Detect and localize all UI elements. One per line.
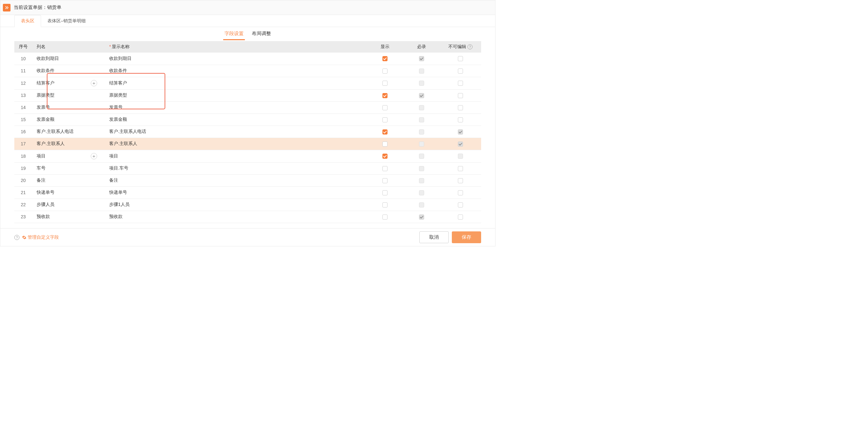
row-display-name[interactable]: 项目.车号 [105,162,367,174]
required-cell [403,150,440,162]
tab-1[interactable]: 表体区–销货单明细 [41,15,92,27]
row-column-name: 发票号 [32,102,105,113]
footer-left: ? 管理自定义字段 [14,235,59,240]
row-display-name[interactable]: 结算客户 [105,77,367,89]
show-checkbox[interactable] [382,68,388,74]
row-display-name[interactable]: 客户.主联系人电话 [105,125,367,138]
add-sub-field-button[interactable]: + [91,153,97,160]
row-seq: 18 [14,150,32,162]
save-button[interactable]: 保存 [452,231,481,243]
show-cell [367,138,403,150]
row-display-name[interactable]: 收款到期日 [105,53,367,65]
show-checkbox[interactable] [382,56,388,61]
table-row[interactable]: 10收款到期日收款到期日 [14,53,481,65]
table-row[interactable]: 18项目+项目 [14,150,481,162]
row-column-name: 票据类型 [32,89,105,102]
table-row[interactable]: 11收款条件收款条件 [14,65,481,77]
col-header-readonly: 不可编辑? [440,41,481,53]
expand-button[interactable] [3,4,10,11]
table-row[interactable]: 17客户.主联系人客户.主联系人 [14,138,481,150]
readonly-checkbox[interactable] [458,56,463,61]
footer-right: 取消 保存 [420,231,481,243]
row-seq: 10 [14,53,32,65]
required-checkbox [419,56,424,61]
tab-0[interactable]: 表头区 [14,15,41,27]
row-seq: 16 [14,125,32,138]
required-checkbox [419,93,424,98]
row-display-name[interactable]: 票据类型 [105,89,367,102]
table-row[interactable]: 16客户.主联系人电话客户.主联系人电话 [14,125,481,138]
readonly-cell [440,77,481,89]
show-checkbox[interactable] [382,81,388,86]
cancel-button[interactable]: 取消 [420,231,448,243]
row-display-name[interactable]: 备注 [105,174,367,187]
readonly-checkbox[interactable] [458,117,463,122]
table-row[interactable]: 13票据类型票据类型 [14,89,481,102]
row-display-name[interactable]: 预收款 [105,211,367,223]
readonly-checkbox[interactable] [458,202,463,207]
readonly-cell [440,125,481,138]
show-checkbox[interactable] [382,154,388,159]
readonly-checkbox[interactable] [458,214,463,220]
column-name-text: 客户.主联系人电话 [37,129,73,135]
table-row[interactable]: 21快递单号快递单号 [14,187,481,199]
show-checkbox[interactable] [382,202,388,207]
help-icon[interactable]: ? [14,235,20,240]
row-display-name[interactable]: 项目 [105,150,367,162]
readonly-cell [440,199,481,211]
row-display-name[interactable]: 收款条件 [105,65,367,77]
show-checkbox[interactable] [382,93,388,98]
show-checkbox[interactable] [382,214,388,220]
readonly-checkbox[interactable] [458,166,463,171]
column-name-text: 项目 [37,153,45,159]
readonly-cell [440,211,481,223]
table-row[interactable]: 20备注备注 [14,174,481,187]
help-icon[interactable]: ? [467,44,472,49]
col-header-show: 显示 [367,41,403,53]
show-checkbox[interactable] [382,105,388,110]
readonly-checkbox[interactable] [458,190,463,195]
readonly-checkbox[interactable] [458,93,463,98]
row-display-name[interactable]: 快递单号 [105,187,367,199]
show-cell [367,199,403,211]
show-checkbox[interactable] [382,117,388,122]
row-seq: 19 [14,162,32,174]
table-row[interactable]: 15发票金额发票金额 [14,113,481,125]
fields-table: 序号 列名 *显示名称 显示 必录 不可编辑? 10收款到期日收款到期日11收款… [14,41,481,223]
show-cell [367,162,403,174]
subtab-1[interactable]: 布局调整 [251,28,272,40]
table-row[interactable]: 19车号项目.车号 [14,162,481,174]
row-seq: 12 [14,77,32,89]
column-name-text: 发票金额 [37,117,55,122]
row-display-name[interactable]: 步骤1人员 [105,199,367,211]
show-checkbox[interactable] [382,178,388,183]
required-cell [403,65,440,77]
required-cell [403,187,440,199]
show-checkbox[interactable] [382,142,388,147]
header-bar: 当前设置单据：销货单 [0,0,495,15]
row-display-name[interactable]: 客户.主联系人 [105,138,367,150]
table-row[interactable]: 14发票号发票号 [14,102,481,113]
table-row[interactable]: 22步骤人员步骤1人员 [14,199,481,211]
readonly-checkbox[interactable] [458,68,463,74]
show-checkbox[interactable] [382,166,388,171]
table-row[interactable]: 12结算客户+结算客户 [14,77,481,89]
manage-custom-fields-link[interactable]: 管理自定义字段 [22,235,59,240]
readonly-checkbox[interactable] [458,178,463,183]
table-row[interactable]: 23预收款预收款 [14,211,481,223]
row-column-name: 发票金额 [32,113,105,125]
row-display-name[interactable]: 发票号 [105,102,367,113]
tabs-row: 表头区表体区–销货单明细 [0,15,495,27]
readonly-checkbox[interactable] [458,105,463,110]
row-seq: 11 [14,65,32,77]
column-name-text: 备注 [37,177,45,183]
subtab-0[interactable]: 字段设置 [223,28,245,40]
show-checkbox[interactable] [382,190,388,195]
readonly-cell [440,65,481,77]
add-sub-field-button[interactable]: + [91,80,97,86]
show-cell [367,174,403,187]
row-display-name[interactable]: 发票金额 [105,113,367,125]
readonly-cell [440,138,481,150]
show-checkbox[interactable] [382,130,388,135]
readonly-checkbox[interactable] [458,81,463,86]
